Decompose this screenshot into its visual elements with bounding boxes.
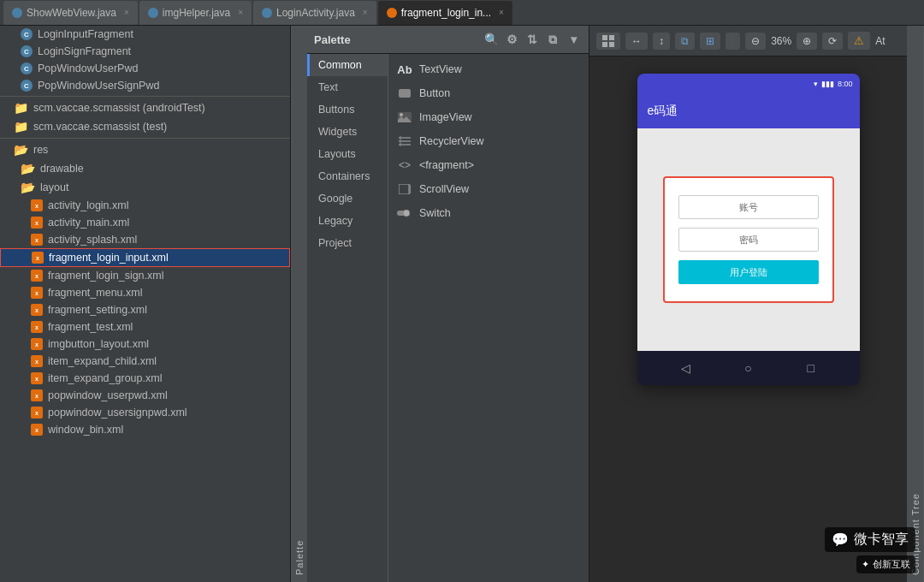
- textview-icon: Ab: [397, 62, 412, 77]
- tab-label: ShowWebView.java: [27, 7, 116, 19]
- grid-overlay-btn[interactable]: ⊞: [700, 33, 720, 50]
- tab-loginactivity[interactable]: LoginActivity.java ×: [253, 1, 376, 25]
- zoom-out-btn[interactable]: ⊖: [745, 33, 766, 50]
- sidebar-item-popwindowusersignpwd[interactable]: C PopWindowUserSignPwd: [0, 77, 290, 94]
- sidebar-item-fragment-test[interactable]: x fragment_test.xml: [0, 318, 290, 336]
- grid-btn[interactable]: [596, 33, 620, 50]
- xml-icon: x: [31, 338, 43, 350]
- sidebar-item-drawable[interactable]: 📂 drawable: [0, 159, 290, 178]
- palette-cat-buttons[interactable]: Buttons: [307, 98, 388, 121]
- folder-icon: 📁: [14, 120, 28, 134]
- sidebar-item-activity-main[interactable]: x activity_main.xml: [0, 214, 290, 231]
- sidebar-item-activity-login[interactable]: x activity_login.xml: [0, 197, 290, 214]
- palette-cat-layouts[interactable]: Layouts: [307, 143, 388, 165]
- search-btn[interactable]: 🔍: [483, 31, 500, 48]
- sidebar-item-window-bin[interactable]: x window_bin.xml: [0, 421, 290, 438]
- file-tree-sidebar: C LoginInputFragment C LoginSignFragment…: [0, 26, 291, 582]
- svg-rect-13: [602, 35, 607, 40]
- palette-vertical-label[interactable]: Palette: [291, 26, 307, 582]
- palette-item-label: TextView: [419, 63, 462, 75]
- class-icon: C: [21, 62, 33, 74]
- phone-password-input: 密码: [678, 228, 819, 252]
- palette-item-switch[interactable]: Switch: [388, 201, 589, 225]
- palette-item-scrollview[interactable]: ScrollView: [388, 177, 589, 201]
- sidebar-item-label: activity_main.xml: [48, 217, 129, 229]
- palette-item-label: <fragment>: [419, 159, 474, 171]
- signal-icon: ▮▮▮: [821, 80, 834, 88]
- palette-item-label: ScrollView: [419, 183, 469, 195]
- class-icon: C: [21, 80, 33, 92]
- brand-label: 创新互联: [873, 558, 910, 571]
- wechat-watermark: 💬 微卡智享: [825, 527, 915, 552]
- layers-stack-btn[interactable]: ⧉: [675, 33, 695, 50]
- palette-item-button[interactable]: Button: [388, 81, 589, 105]
- sidebar-item-fragment-login-sign[interactable]: x fragment_login_sign.xml: [0, 267, 290, 284]
- sidebar-item-loginsignfragment[interactable]: C LoginSignFragment: [0, 43, 290, 60]
- palette-item-label: Button: [419, 87, 450, 99]
- sidebar-item-imgbutton-layout[interactable]: x imgbutton_layout.xml: [0, 336, 290, 353]
- watermark: 💬 微卡智享 ✦ 创新互联: [825, 527, 915, 573]
- sidebar-item-label: res: [33, 144, 48, 156]
- sidebar-item-label: activity_login.xml: [48, 199, 128, 211]
- palette-item-textview[interactable]: Ab TextView: [388, 57, 589, 81]
- sidebar-item-test[interactable]: 📁 scm.vaccae.scmassist (test): [0, 117, 290, 136]
- more-btn[interactable]: ▾: [565, 31, 582, 48]
- sidebar-item-activity-splash[interactable]: x activity_splash.xml: [0, 231, 290, 248]
- login-btn-label: 用户登陆: [730, 266, 767, 279]
- palette-item-fragment[interactable]: <> <fragment>: [388, 153, 589, 177]
- scrollview-icon: [397, 181, 412, 197]
- tab-close-btn[interactable]: ×: [124, 8, 129, 17]
- at-label: At: [875, 35, 885, 47]
- sidebar-item-popwindowuserpwd[interactable]: C PopWindowUserPwd: [0, 60, 290, 77]
- settings-btn[interactable]: ⚙: [503, 31, 520, 48]
- xml-icon: x: [31, 424, 43, 436]
- horizontal-arrows-btn[interactable]: ↔: [625, 33, 648, 50]
- tab-close-btn2[interactable]: ×: [238, 8, 243, 17]
- palette-cat-text[interactable]: Text: [307, 76, 388, 98]
- palette-cat-common[interactable]: Common: [307, 54, 388, 76]
- tab-java-icon: [12, 8, 22, 18]
- palette-cat-widgets[interactable]: Widgets: [307, 121, 388, 143]
- tab-close-btn3[interactable]: ×: [363, 8, 368, 17]
- svg-point-2: [400, 113, 403, 116]
- sidebar-item-item-expand-group[interactable]: x item_expand_group.xml: [0, 370, 290, 387]
- sidebar-item-popwindow-userpwd[interactable]: x popwindow_userpwd.xml: [0, 387, 290, 404]
- sidebar-item-fragment-login-input[interactable]: x fragment_login_input.xml: [0, 248, 290, 267]
- tab-fragment-login[interactable]: fragment_login_in... ×: [378, 1, 512, 25]
- sidebar-item-layout[interactable]: 📂 layout: [0, 178, 290, 197]
- sidebar-item-res[interactable]: 📂 res: [0, 140, 290, 159]
- xml-icon: x: [31, 270, 43, 282]
- sidebar-item-item-expand-child[interactable]: x item_expand_child.xml: [0, 353, 290, 370]
- palette-item-label: Switch: [419, 207, 451, 219]
- phone-login-box: 账号 密码 用户登陆: [663, 176, 834, 303]
- sidebar-item-fragment-setting[interactable]: x fragment_setting.xml: [0, 301, 290, 318]
- zoom-reset-btn[interactable]: ⟳: [822, 33, 843, 50]
- palette-cat-containers[interactable]: Containers: [307, 165, 388, 187]
- palette-item-recyclerview[interactable]: RecyclerView: [388, 129, 589, 153]
- palette-cat-legacy[interactable]: Legacy: [307, 210, 388, 232]
- palette-cat-project[interactable]: Project: [307, 232, 388, 254]
- sidebar-item-popwindow-usersignpwd[interactable]: x popwindow_usersignpwd.xml: [0, 404, 290, 421]
- design-canvas: ▾ ▮▮▮ 8:00 e码通 账号 密码: [589, 56, 907, 582]
- sort-btn[interactable]: ⇅: [524, 31, 541, 48]
- warning-btn[interactable]: ⚠: [848, 32, 870, 50]
- vertical-arrows-btn[interactable]: ↕: [653, 33, 670, 50]
- zoom-in-btn[interactable]: ⊕: [797, 33, 817, 50]
- palette-categories: Common Text Buttons Widgets Layouts Cont…: [307, 54, 388, 582]
- folder-icon: 📁: [14, 101, 28, 115]
- warning-icon: ⚠: [854, 34, 864, 47]
- palette-cat-google[interactable]: Google: [307, 187, 388, 210]
- button-icon: [397, 86, 412, 101]
- sidebar-item-label: LoginInputFragment: [38, 28, 133, 40]
- sidebar-item-androidtest[interactable]: 📁 scm.vaccae.scmassist (androidTest): [0, 98, 290, 117]
- layers-btn[interactable]: ⧉: [544, 31, 561, 48]
- tab-showwebview[interactable]: ShowWebView.java ×: [3, 1, 138, 25]
- component-tree-label[interactable]: Component Tree: [907, 26, 924, 582]
- palette-item-imageview[interactable]: ImageView: [388, 105, 589, 129]
- tab-imghelper[interactable]: imgHelper.java ×: [139, 1, 252, 25]
- tab-close-btn4[interactable]: ×: [499, 8, 504, 17]
- sidebar-item-logininputfragment[interactable]: C LoginInputFragment: [0, 26, 290, 43]
- sidebar-item-label: fragment_login_sign.xml: [48, 270, 164, 282]
- sidebar-item-fragment-menu[interactable]: x fragment_menu.xml: [0, 284, 290, 301]
- recents-btn: □: [803, 359, 820, 377]
